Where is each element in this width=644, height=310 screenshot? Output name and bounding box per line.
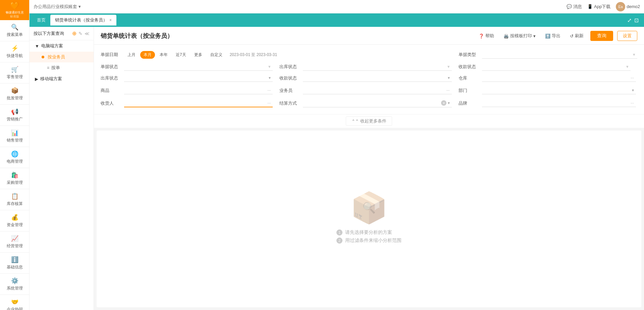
help-btn[interactable]: ❓ 帮助 [476,32,497,40]
out-status-input[interactable]: ▾ [124,74,273,82]
print-btn[interactable]: 🖨️ 按模板打印 ▾ [501,32,538,40]
consignee-input[interactable]: ··· [124,99,273,107]
print-label: 按模板打印 [510,33,532,39]
collapse-btn[interactable]: ⌃⌃ 收起更多条件 [346,116,392,126]
date-tab-7days[interactable]: 近7天 [172,51,190,59]
edit-scheme-icon[interactable]: ✎ [78,31,83,36]
settlement-clear-icon[interactable]: ✕ [441,100,446,106]
sidebar-item-purchase[interactable]: 🛍️ 采购管理 [0,168,30,189]
query-button[interactable]: 查询 [590,31,613,41]
tree-by-salesman[interactable]: 按业务员 [30,52,94,62]
sidebar-item-search[interactable]: 🔍 搜索菜单 [0,20,30,41]
filter-col-date: 单据日期 上月 本月 本年 近7天 更多 自定义 2023-03-01 至 20… [101,49,459,61]
refresh-label: 刷新 [575,33,584,39]
inventory-icon: 📋 [11,193,18,200]
export-label: 导出 [552,33,560,39]
tab-close-icon[interactable]: × [109,18,112,22]
consignee-dots[interactable]: ··· [267,101,271,105]
left-panel-title: 按以下方案查询 [34,31,64,37]
receive-status-dropdown[interactable]: ▾ [626,64,629,69]
sidebar-item-sales[interactable]: 📊 销售管理 [0,126,30,147]
sidebar-item-inventory[interactable]: 📋 库存核算 [0,189,30,210]
basic-icon: ℹ️ [11,256,18,263]
dept-dropdown[interactable]: ▾ [632,88,634,93]
bill-type-field: ▾ [482,51,637,59]
app-download-btn[interactable]: 📱 App下载 [587,4,610,10]
wholesale-icon: 📦 [11,87,18,94]
search-icon: 🔍 [11,23,18,31]
salesman-dots[interactable]: ··· [446,88,450,93]
collapse-bar: ⌃⌃ 收起更多条件 [94,114,644,128]
settlement-input[interactable]: ✕ ▾ [303,99,451,107]
sidebar-item-ecommerce[interactable]: 🌐 电商管理 [0,147,30,168]
sidebar-item-wholesale[interactable]: 📦 批发管理 [0,84,30,105]
sidebar-item-label: 营销推广 [7,116,23,122]
consignee-label: 收货人 [101,100,124,106]
sidebar-item-finance[interactable]: 💰 资金管理 [0,210,30,231]
tab-sales-stats[interactable]: 销货单统计表（按业务员） × [50,15,116,25]
collapse-scheme-icon[interactable]: ≪ [85,31,90,36]
purchase-icon: 🛍️ [11,171,18,179]
date-tab-more[interactable]: 更多 [191,51,206,59]
settings-button[interactable]: 设置 [617,31,637,41]
add-scheme-icon[interactable]: ⊕ [72,30,76,37]
warehouse-input[interactable]: ··· [482,74,636,82]
sidebar-item-enterprise[interactable]: 🤝 企业协同 [0,295,30,310]
user-menu[interactable]: Ea demo2 [616,2,640,11]
filter-row-goods: 商品 ··· 业务员 ··· 部门 [101,85,637,96]
tab-expand-btn[interactable]: ⤢ ⊡ [625,17,641,23]
date-tab-this-year[interactable]: 本年 [156,51,171,59]
empty-search-icon: 🔍 [362,201,376,214]
brand-dots[interactable]: ··· [631,101,634,105]
shortcut-icon: ⚡ [11,45,18,52]
goods-dots[interactable]: ··· [267,88,271,93]
tree-by-order[interactable]: ≡ 按单 [30,62,94,73]
tree-by-salesman-label: 按业务员 [48,54,65,60]
sidebar-item-system[interactable]: ⚙️ 系统管理 [0,274,30,295]
empty-state: 📦 🔍 1 请先选择要分析的方案 2 用过滤条件来缩小分析范围 [97,131,641,307]
message-btn[interactable]: 💬 消息 [567,4,582,10]
goods-input[interactable]: ··· [124,87,273,94]
sidebar-item-marketing[interactable]: 📢 营销推广 [0,105,30,126]
bill-status-dropdown[interactable]: ▾ [268,64,271,69]
out-status-dropdown2[interactable]: ▾ [269,75,271,80]
sidebar-item-retail[interactable]: 🛒 零售管理 [0,62,30,84]
receive-status-dropdown2[interactable]: ▾ [448,75,450,80]
filter-dept-col: 部门 ▾ [459,85,637,96]
marketing-icon: 📢 [11,108,18,115]
tree-root: ▼ 电脑端方案 按业务员 ≡ 按单 ▶ 移动端方案 [30,40,94,85]
tree-mobile-scheme[interactable]: ▶ 移动端方案 [30,73,94,85]
sidebar-item-shortcut[interactable]: ⚡ 快捷导航 [0,41,30,62]
receive-status-input[interactable]: ▾ [303,74,451,82]
username: demo2 [627,4,640,9]
refresh-btn[interactable]: ↺ 刷新 [567,32,586,40]
company-selector[interactable]: 办公用品行业模拟账套 ▾ [34,4,81,10]
dept-input[interactable]: ▾ [482,87,636,94]
sidebar-item-basic[interactable]: ℹ️ 基础信息 [0,253,30,274]
ecommerce-icon: 🌐 [11,150,18,158]
logo-sub: 标准版 [10,14,19,19]
filter-row-date: 单据日期 上月 本月 本年 近7天 更多 自定义 2023-03-01 至 20… [101,49,637,61]
tree-pc-scheme[interactable]: ▼ 电脑端方案 [30,40,94,52]
message-label: 消息 [573,4,582,10]
out-status-dropdown[interactable]: ▾ [447,64,450,69]
warehouse-dots[interactable]: ··· [631,75,634,80]
salesman-input[interactable]: ··· [303,87,451,94]
settlement-dropdown[interactable]: ▾ [448,101,450,105]
date-tab-custom[interactable]: 自定义 [207,51,226,59]
help-label: 帮助 [485,33,494,39]
date-tab-this-month[interactable]: 本月 [140,51,155,59]
tab-home[interactable]: 首页 [32,15,50,25]
filter-col-out-status: 出库状态 ▾ [279,61,458,73]
retail-icon: 🛒 [11,66,18,73]
step-num-1: 1 [336,229,342,236]
sidebar-item-operation[interactable]: 📈 经营管理 [0,231,30,253]
date-tab-last-month[interactable]: 上月 [124,51,139,59]
empty-steps: 1 请先选择要分析的方案 2 用过滤条件来缩小分析范围 [336,229,401,246]
tree-by-order-label: 按单 [51,65,60,71]
bill-type-dropdown-icon[interactable]: ▾ [633,52,635,57]
filter-goods-col: 商品 ··· [101,85,279,96]
brand-input[interactable]: ··· [482,99,636,107]
export-btn[interactable]: ⬆️ 导出 [542,32,563,40]
date-tabs: 上月 本月 本年 近7天 更多 自定义 2023-03-01 至 2023-03… [124,51,277,59]
